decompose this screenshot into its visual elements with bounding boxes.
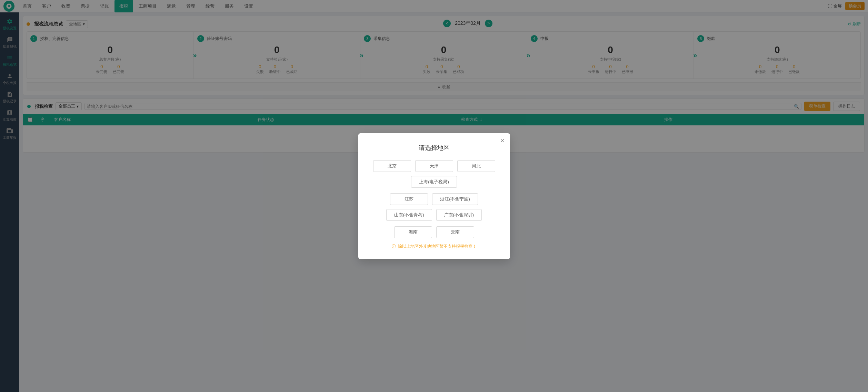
modal-options: 北京 天津 河北 上海(电子税局) [371,160,498,188]
region-btn-beijing[interactable]: 北京 [373,160,411,172]
region-btn-shandong[interactable]: 山东(不含青岛) [386,209,432,221]
region-btn-shanghai[interactable]: 上海(电子税局) [411,176,457,188]
region-btn-tianjin[interactable]: 天津 [415,160,453,172]
modal-title: 请选择地区 [371,144,498,152]
modal-warning: ⓘ 除以上地区外其他地区暂不支持报税检查！ [371,244,498,249]
modal-options-2: 江苏 浙江(不含宁波) 山东(不含青岛) 广东(不含深圳) [371,193,498,221]
region-btn-yunnan[interactable]: 云南 [436,226,474,238]
modal-overlay[interactable]: ✕ 请选择地区 北京 天津 河北 上海(电子税局) 江苏 浙江(不含宁波) 山东… [0,0,868,392]
modal-close-button[interactable]: ✕ [500,137,505,144]
region-btn-hainan[interactable]: 海南 [394,226,432,238]
region-btn-hebei[interactable]: 河北 [457,160,495,172]
region-btn-guangdong[interactable]: 广东(不含深圳) [436,209,482,221]
region-btn-jiangsu[interactable]: 江苏 [390,193,428,205]
warning-icon: ⓘ [392,244,396,249]
region-modal: ✕ 请选择地区 北京 天津 河北 上海(电子税局) 江苏 浙江(不含宁波) 山东… [358,133,510,259]
region-btn-zhejiang[interactable]: 浙江(不含宁波) [432,193,478,205]
modal-options-3: 海南 云南 [371,226,498,238]
